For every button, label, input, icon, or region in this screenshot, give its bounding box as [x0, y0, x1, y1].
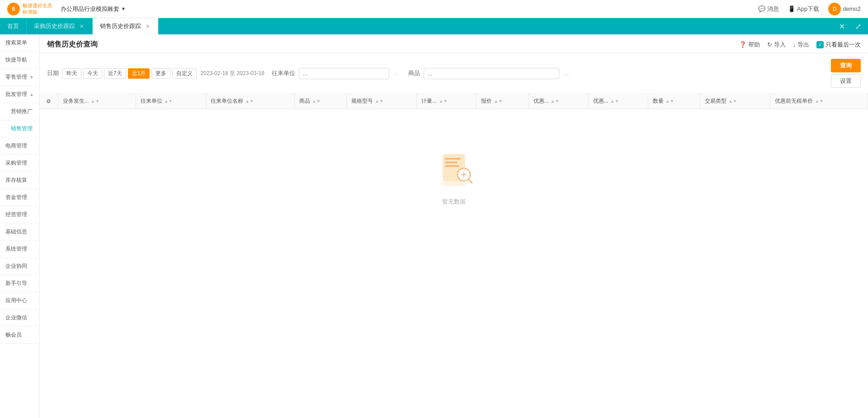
page-header: 销售历史价查询 ❓ 帮助 ↻ 导入 ↓ 导出 ✓	[40, 34, 868, 53]
date-range-display: 2023-02-18 至 2023-03-18	[200, 70, 264, 77]
sidebar-item-search-menu[interactable]: 搜索菜单	[0, 34, 39, 52]
col-settings[interactable]: ⚙	[40, 94, 58, 109]
page-title: 销售历史价查询	[47, 40, 98, 49]
svg-rect-3	[445, 162, 458, 163]
date-btn-1month[interactable]: 近1月	[128, 68, 150, 79]
col-discount2[interactable]: 优惠... ▲▼	[588, 94, 648, 109]
settings-btn[interactable]: 设置	[831, 74, 861, 88]
page-content: 销售历史价查询 ❓ 帮助 ↻ 导入 ↓ 导出 ✓	[40, 34, 868, 418]
sidebar-item-enterprise-collab[interactable]: 企业协同	[0, 258, 39, 275]
chevron-up-icon: ▲	[29, 92, 34, 97]
logo-text: 畅捷通好生意 标准版	[23, 3, 52, 14]
sort-icon: ▲▼	[494, 99, 503, 104]
import-btn[interactable]: ↻ 导入	[767, 41, 786, 49]
date-btn-more[interactable]: 更多	[151, 68, 170, 79]
counterpart-filter-group: 往来单位 ...	[272, 68, 401, 79]
export-btn[interactable]: ↓ 导出	[793, 41, 810, 49]
message-icon: 💬	[758, 5, 765, 12]
empty-text: 暂无数据	[442, 198, 466, 206]
sort-icon: ▲▼	[610, 99, 619, 104]
sort-icon: ▲▼	[815, 99, 824, 104]
sidebar-item-app-center[interactable]: 应用中心	[0, 292, 39, 309]
maximize-btn[interactable]: ⤢	[852, 20, 864, 33]
top-bar: 6 畅捷通好生意 标准版 办公用品行业模拟账套 ▼ 💬 消息 📱 App下载 D…	[0, 0, 868, 18]
tab-bar: 首页 采购历史价跟踪 ✕ 销售历史价跟踪 ✕ ✕ ⤢	[0, 18, 868, 34]
col-unit[interactable]: 计量... ▲▼	[417, 94, 476, 109]
query-btn[interactable]: 查询	[831, 59, 861, 72]
col-pre-tax-price[interactable]: 优惠前无税单价 ▲▼	[770, 94, 868, 109]
goods-more-icon[interactable]: ...	[563, 70, 571, 76]
sidebar-item-wholesale-mgmt[interactable]: 批发管理 ▲	[0, 86, 39, 103]
sort-icon: ▲▼	[728, 99, 737, 104]
sidebar-item-purchase-mgmt[interactable]: 采购管理	[0, 155, 39, 172]
table-area: ⚙ 业务发生... ▲▼ 往来单位	[40, 94, 868, 418]
sort-icon: ▲▼	[439, 99, 448, 104]
sidebar-item-enterprise-wechat[interactable]: 企业微信	[0, 309, 39, 327]
col-discount1[interactable]: 优惠... ▲▼	[528, 94, 588, 109]
page-header-actions: ❓ 帮助 ↻ 导入 ↓ 导出 ✓ 只看最后一次	[739, 41, 861, 49]
app-selector[interactable]: 办公用品行业模拟账套 ▼	[57, 3, 129, 15]
sidebar-item-new-guide[interactable]: 新手引导	[0, 275, 39, 292]
sort-icon: ▲▼	[312, 99, 321, 104]
date-btn-yesterday[interactable]: 昨天	[62, 68, 81, 79]
date-btn-7days[interactable]: 近7天	[104, 68, 126, 79]
close-all-tabs-btn[interactable]: ✕	[835, 20, 848, 33]
data-table: ⚙ 业务发生... ▲▼ 往来单位	[40, 94, 868, 109]
sidebar-item-quick-nav[interactable]: 快捷导航	[0, 52, 39, 69]
sidebar-item-marketing[interactable]: 营销推广	[0, 103, 39, 120]
sidebar-item-finance-mgmt[interactable]: 资金管理	[0, 189, 39, 206]
tab-sales-history[interactable]: 销售历史价跟踪 ✕	[93, 18, 158, 34]
col-qty[interactable]: 数量 ▲▼	[648, 94, 700, 109]
sidebar-item-system-mgmt[interactable]: 系统管理	[0, 241, 39, 258]
col-counterpart-name[interactable]: 往来单位名称 ▲▼	[206, 94, 295, 109]
col-trade-type[interactable]: 交易类型 ▲▼	[700, 94, 770, 109]
sort-icon: ▲▼	[91, 99, 100, 104]
sort-icon: ▲▼	[551, 99, 560, 104]
export-icon: ↓	[793, 41, 796, 48]
col-spec[interactable]: 规格型号 ▲▼	[346, 94, 416, 109]
filter-actions: 查询 设置	[831, 59, 861, 88]
sidebar-item-member[interactable]: 畅会员	[0, 327, 39, 344]
empty-state: 暂无数据	[40, 109, 868, 242]
settings-icon: ⚙	[46, 98, 51, 104]
app-download-btn[interactable]: 📱 App下载	[788, 5, 819, 13]
checkbox-checked-icon: ✓	[816, 41, 824, 48]
svg-point-0	[440, 181, 467, 186]
svg-rect-4	[445, 165, 459, 167]
sidebar: 搜索菜单 快捷导航 零售管理 ▼ 批发管理 ▲ 营销推广 销售管理 电商管理 采…	[0, 34, 40, 418]
sidebar-item-basic-info[interactable]: 基础信息	[0, 223, 39, 241]
only-last-checkbox[interactable]: ✓ 只看最后一次	[816, 41, 861, 49]
filter-area: 日期 昨天 今天 近7天 近1月 更多 自定义 2023-02-18 至 202…	[40, 53, 868, 94]
tab-purchase-history[interactable]: 采购历史价跟踪 ✕	[27, 18, 93, 34]
col-counterpart-code[interactable]: 往来单位 ▲▼	[136, 94, 206, 109]
goods-filter-group: 商品 ...	[408, 68, 571, 79]
sidebar-item-retail-mgmt[interactable]: 零售管理 ▼	[0, 69, 39, 86]
counterpart-more-icon[interactable]: ...	[393, 70, 401, 76]
date-btn-today[interactable]: 今天	[83, 68, 102, 79]
main-layout: 搜索菜单 快捷导航 零售管理 ▼ 批发管理 ▲ 营销推广 销售管理 电商管理 采…	[0, 34, 868, 418]
sort-icon: ▲▼	[164, 99, 173, 104]
message-btn[interactable]: 💬 消息	[758, 5, 779, 13]
user-menu[interactable]: D demo2	[828, 3, 861, 15]
chevron-down-icon: ▼	[121, 6, 126, 11]
goods-input[interactable]	[424, 68, 559, 79]
col-quote[interactable]: 报价 ▲▼	[476, 94, 528, 109]
empty-icon	[431, 145, 476, 190]
col-biz-date[interactable]: 业务发生... ▲▼	[58, 94, 136, 109]
counterpart-input[interactable]	[299, 68, 389, 79]
date-btn-custom[interactable]: 自定义	[172, 68, 197, 79]
sidebar-item-inventory[interactable]: 库存核算	[0, 172, 39, 189]
date-filter-group: 日期 昨天 今天 近7天 近1月 更多 自定义 2023-02-18 至 202…	[47, 68, 264, 79]
table-header: ⚙ 业务发生... ▲▼ 往来单位	[40, 94, 868, 109]
close-sales-tab-btn[interactable]: ✕	[144, 23, 151, 30]
col-goods[interactable]: 商品 ▲▼	[294, 94, 346, 109]
sidebar-item-operations-mgmt[interactable]: 经营管理	[0, 206, 39, 223]
help-btn[interactable]: ❓ 帮助	[739, 41, 760, 49]
svg-line-6	[468, 179, 472, 183]
sidebar-item-ecommerce-mgmt[interactable]: 电商管理	[0, 138, 39, 155]
close-purchase-tab-btn[interactable]: ✕	[78, 23, 85, 30]
sort-icon: ▲▼	[375, 99, 384, 104]
sidebar-item-sales-mgmt[interactable]: 销售管理	[0, 120, 39, 138]
top-bar-left: 6 畅捷通好生意 标准版 办公用品行业模拟账套 ▼	[7, 3, 129, 15]
tab-home[interactable]: 首页	[0, 18, 27, 34]
